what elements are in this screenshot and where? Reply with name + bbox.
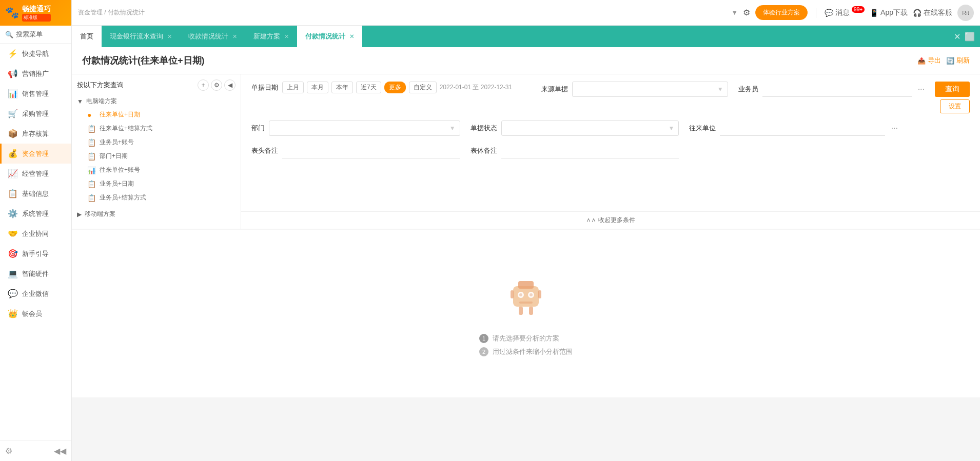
svg-rect-9 — [519, 307, 523, 315]
sidebar-item-system[interactable]: ⚙️ 系统管理 — [0, 204, 71, 224]
topbar-settings-icon[interactable]: ⚙ — [743, 8, 750, 17]
sidebar-item-collab[interactable]: 🤝 企业协同 — [0, 224, 71, 244]
sidebar-item-quick-nav[interactable]: ⚡ 快捷导航 — [0, 44, 71, 64]
scheme-item-label-staff-date: 业务员+日期 — [100, 179, 134, 188]
tab-receipt-stats[interactable]: 收款情况统计 ✕ — [180, 26, 245, 47]
query-btn[interactable]: 查询 — [935, 82, 970, 97]
scheme-item-unit-date[interactable]: ● 往来单位+日期 — [77, 108, 236, 122]
scheme-add-btn[interactable]: + — [198, 79, 209, 91]
wechat-label: 企业微信 — [22, 289, 49, 298]
date-btn-7days[interactable]: 近7天 — [356, 82, 381, 93]
avatar[interactable]: Rit — [957, 5, 974, 21]
scheme-panel: 按以下方案查询 + ⚙ ◀ ▼ 电脑端方案 ● 往来单位+日期 — [72, 74, 241, 229]
tab-expand-icon[interactable]: ⬜ — [965, 32, 975, 42]
operations-icon: 📈 — [8, 169, 18, 178]
basic-icon: 📋 — [8, 189, 18, 198]
date-btn-more[interactable]: 更多 — [384, 82, 406, 93]
tab-payment-stats-close[interactable]: ✕ — [349, 33, 354, 40]
collapse-icon: ∧∧ — [586, 216, 598, 224]
scheme-item-staff-date[interactable]: 📋 业务员+日期 — [77, 177, 236, 191]
topbar-chevron-icon[interactable]: ▼ — [731, 9, 738, 16]
header-note-label: 表头备注 — [251, 146, 278, 155]
sidebar-item-finance[interactable]: 💰 资金管理 — [0, 144, 71, 164]
status-chevron-icon: ▼ — [668, 125, 674, 132]
scheme-mobile-header[interactable]: ▶ 移动端方案 — [77, 208, 236, 221]
scheme-item-unit-payment[interactable]: 📋 往来单位+结算方式 — [77, 122, 236, 135]
app-download-icon: 📱 — [870, 9, 878, 17]
member-icon: 👑 — [8, 309, 18, 318]
search-menu[interactable]: 🔍 搜索菜单 — [0, 26, 71, 44]
scheme-item-staff-account[interactable]: 📋 业务员+账号 — [77, 135, 236, 149]
sidebar-item-sales[interactable]: 📊 销售管理 — [0, 84, 71, 104]
topbar-breadcrumb: 资金管理 / 付款情况统计 — [78, 8, 726, 17]
page-header: 付款情况统计(往来单位+日期) 📤 导出 🔄 刷新 — [72, 47, 980, 74]
trial-btn[interactable]: 体验行业方案 — [755, 5, 808, 20]
dept-select[interactable]: ▼ — [269, 121, 460, 136]
unit-input[interactable] — [720, 121, 885, 136]
export-btn[interactable]: 📤 导出 — [917, 56, 941, 65]
sidebar-item-guide[interactable]: 🎯 新手引导 — [0, 244, 71, 264]
tab-home[interactable]: 首页 — [72, 26, 102, 47]
inventory-icon: 📦 — [8, 129, 18, 138]
app-download-btn[interactable]: 📱 App下载 — [870, 8, 908, 17]
settings-btn[interactable]: 设置 — [940, 99, 970, 113]
guide-icon: 🎯 — [8, 249, 18, 258]
status-select[interactable]: ▼ — [501, 121, 679, 136]
source-select[interactable]: ▼ — [572, 82, 728, 97]
scheme-collapse-btn[interactable]: ◀ — [224, 79, 236, 91]
service-btn[interactable]: 🎧 在线客服 — [913, 8, 952, 17]
tab-home-label: 首页 — [80, 32, 93, 41]
sidebar-item-purchase[interactable]: 🛒 采购管理 — [0, 104, 71, 124]
export-label: 导出 — [928, 56, 941, 65]
scheme-settings-btn[interactable]: ⚙ — [211, 79, 222, 91]
sidebar-item-hardware[interactable]: 💻 智能硬件 — [0, 264, 71, 284]
tab-receipt-stats-close[interactable]: ✕ — [232, 33, 237, 40]
scheme-item-label-unit-account: 往来单位+账号 — [100, 166, 140, 174]
export-icon: 📤 — [917, 57, 926, 65]
body-note-input[interactable] — [501, 143, 679, 158]
content-area: 付款情况统计(往来单位+日期) 📤 导出 🔄 刷新 按以下方案查询 — [72, 47, 980, 461]
sidebar-item-basic[interactable]: 📋 基础信息 — [0, 184, 71, 204]
tab-new-scheme-close[interactable]: ✕ — [284, 33, 289, 40]
refresh-btn[interactable]: 🔄 刷新 — [946, 56, 970, 65]
scheme-item-dept-date[interactable]: 📋 部门+日期 — [77, 149, 236, 163]
sidebar-item-marketing[interactable]: 📢 营销推广 — [0, 64, 71, 84]
sidebar-item-wechat[interactable]: 💬 企业微信 — [0, 284, 71, 304]
date-btn-last-month[interactable]: 上月 — [282, 82, 304, 93]
refresh-icon: 🔄 — [946, 57, 954, 65]
empty-illustration — [500, 271, 552, 324]
scheme-item-icon-unit-account: 📊 — [87, 166, 96, 174]
date-btn-group: 上月 本月 本年 近7天 更多 自定义 2022-01-01 至 2022-12… — [282, 82, 512, 93]
tab-close-all-icon[interactable]: ✕ — [954, 32, 961, 42]
search-icon: 🔍 — [5, 31, 13, 38]
empty-tip-2: 2 用过滤条件来缩小分析范围 — [479, 347, 573, 356]
collapse-sidebar-icon[interactable]: ◀◀ — [54, 446, 66, 456]
date-label: 单据日期 — [251, 83, 278, 92]
collapse-bar[interactable]: ∧∧ 收起更多条件 — [241, 211, 980, 229]
staff-label: 业务员 — [738, 85, 758, 94]
tab-new-scheme[interactable]: 新建方案 ✕ — [245, 26, 297, 47]
message-btn[interactable]: 💬 消息 99+ — [825, 8, 865, 17]
unit-dots[interactable]: ··· — [891, 124, 898, 133]
staff-dots[interactable]: ··· — [918, 85, 925, 94]
collab-label: 企业协同 — [22, 229, 49, 238]
scheme-item-staff-payment[interactable]: 📋 业务员+结算方式 — [77, 191, 236, 205]
staff-input[interactable] — [762, 82, 912, 97]
filter-form-container: 单据日期 上月 本月 本年 近7天 更多 自定义 2022-01-01 至 20… — [241, 74, 980, 229]
tab-bank-flow[interactable]: 现金银行流水查询 ✕ — [102, 26, 180, 47]
svg-point-4 — [519, 293, 522, 296]
date-btn-custom[interactable]: 自定义 — [409, 82, 437, 93]
tab-payment-stats[interactable]: 付款情况统计 ✕ — [297, 26, 362, 47]
tab-bank-flow-close[interactable]: ✕ — [167, 33, 172, 40]
sidebar-item-inventory[interactable]: 📦 库存核算 — [0, 124, 71, 144]
header-note-input[interactable] — [282, 143, 460, 158]
scheme-item-unit-account[interactable]: 📊 往来单位+账号 — [77, 163, 236, 177]
scheme-desktop-header[interactable]: ▼ 电脑端方案 — [77, 95, 236, 108]
sidebar: 🐾 畅捷通巧 标准版 🔍 搜索菜单 ⚡ 快捷导航 📢 营销推广 📊 销售管理 🛒… — [0, 0, 72, 461]
date-btn-this-year[interactable]: 本年 — [331, 82, 353, 93]
settings-icon[interactable]: ⚙ — [5, 446, 12, 456]
date-btn-this-month[interactable]: 本月 — [307, 82, 328, 93]
sidebar-item-operations[interactable]: 📈 经营管理 — [0, 164, 71, 184]
date-range-display: 2022-01-01 至 2022-12-31 — [440, 83, 512, 92]
sidebar-item-member[interactable]: 👑 畅会员 — [0, 304, 71, 324]
